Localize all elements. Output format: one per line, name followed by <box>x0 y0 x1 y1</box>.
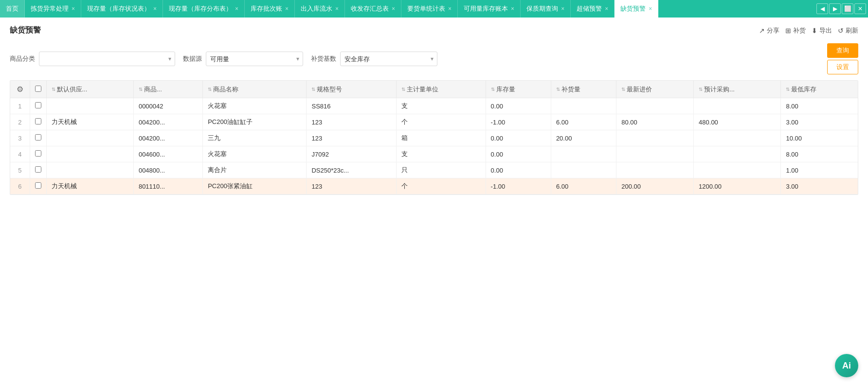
row-replenish-2: 6.00 <box>551 114 616 130</box>
tab-close-inout-flow[interactable]: × <box>335 5 339 12</box>
row-latest-price-5 <box>616 162 694 178</box>
tab-item-demand-stats[interactable]: 要货单统计表× <box>401 0 458 18</box>
row-unit-6: 个 <box>397 178 486 194</box>
sort-icon: ⇅ <box>208 87 212 92</box>
row-replenish-3: 20.00 <box>551 130 616 146</box>
row-stock-1: 0.00 <box>486 98 551 114</box>
replenish-base-select[interactable]: 安全库存 <box>340 52 437 66</box>
tab-close-inventory-status[interactable]: × <box>153 5 157 12</box>
row-checkbox-1[interactable] <box>35 102 41 108</box>
query-button[interactable]: 查询 <box>827 43 858 58</box>
tab-item-expiry-query[interactable]: 保质期查询× <box>521 0 571 18</box>
row-spec-1: SS816 <box>307 98 397 114</box>
tab-close-shortage[interactable]: × <box>649 5 652 12</box>
th-checkbox <box>30 81 46 98</box>
row-unit-4: 支 <box>397 146 486 162</box>
ai-assistant-badge[interactable]: Ai <box>835 354 858 377</box>
tab-close-batch-account[interactable]: × <box>285 5 289 12</box>
export-icon: ⬇ <box>812 27 817 35</box>
sort-icon: ⇅ <box>139 87 143 92</box>
row-code-1: 0000042 <box>133 98 202 114</box>
column-settings-btn[interactable]: ⚙ <box>17 85 23 94</box>
category-label: 商品分类 <box>10 54 35 63</box>
datasource-select[interactable]: 可用量 <box>206 52 303 66</box>
refresh-button[interactable]: ↺ 刷新 <box>838 26 858 35</box>
tab-item-batch-account[interactable]: 库存批次账× <box>245 0 295 18</box>
row-code-3: 004200... <box>133 130 202 146</box>
tab-restore-btn[interactable]: ⬜ <box>842 3 853 14</box>
row-unit-5: 只 <box>397 162 486 178</box>
tab-next-btn[interactable]: ▶ <box>829 3 841 14</box>
th-stock: ⇅库存量 <box>486 81 551 98</box>
replenish-base-select-wrapper: 安全库存 <box>340 52 437 66</box>
category-select[interactable] <box>39 52 175 66</box>
row-num-5: 5 <box>10 162 30 178</box>
tab-item-overstock[interactable]: 超储预警× <box>571 0 615 18</box>
row-checkbox-4[interactable] <box>35 150 41 157</box>
tab-bar: 首页拣货异常处理×现存量（库存状况表）×现存量（库存分布表）×库存批次账×出入库… <box>0 0 868 18</box>
row-replenish-6: 6.00 <box>551 178 616 194</box>
tab-label-abnormal: 拣货异常处理 <box>31 4 69 13</box>
row-supplier-1 <box>46 98 133 114</box>
replenish-button[interactable]: ⊞ 补货 <box>785 26 806 35</box>
row-checkbox-cell-6 <box>30 178 46 194</box>
row-min-stock-5: 1.00 <box>781 162 858 178</box>
tab-close-collect-summary[interactable]: × <box>392 5 395 12</box>
table-row: 6 力天机械 801110... PC200张紧油缸 123 个 -1.00 6… <box>10 178 858 194</box>
tab-navigation: ◀ ▶ ⬜ ✕ <box>814 3 868 14</box>
replenish-icon: ⊞ <box>785 27 791 35</box>
row-min-stock-2: 3.00 <box>781 114 858 130</box>
row-supplier-6: 力天机械 <box>46 178 133 194</box>
select-all-checkbox[interactable] <box>35 86 41 92</box>
sort-icon: ⇅ <box>621 87 625 92</box>
row-checkbox-cell-1 <box>30 98 46 114</box>
tab-label-batch-account: 库存批次账 <box>251 4 282 13</box>
row-min-stock-4: 8.00 <box>781 146 858 162</box>
tab-item-inventory-status[interactable]: 现存量（库存状况表）× <box>81 0 163 18</box>
tab-prev-btn[interactable]: ◀ <box>816 3 828 14</box>
share-button[interactable]: ↗ 分享 <box>759 26 779 35</box>
tab-item-available-ledger[interactable]: 可用量库存账本× <box>458 0 521 18</box>
tab-close-expiry-query[interactable]: × <box>561 5 564 12</box>
row-checkbox-6[interactable] <box>35 182 41 189</box>
tab-item-home[interactable]: 首页 <box>0 0 25 18</box>
tab-item-abnormal[interactable]: 拣货异常处理× <box>25 0 81 18</box>
row-checkbox-2[interactable] <box>35 118 41 124</box>
row-spec-2: 123 <box>307 114 397 130</box>
datasource-label: 数据源 <box>183 54 202 63</box>
share-icon: ↗ <box>759 27 765 35</box>
tab-item-inout-flow[interactable]: 出入库流水× <box>295 0 345 18</box>
sort-icon: ⇅ <box>491 87 495 92</box>
row-est-purchase-6: 1200.00 <box>694 178 781 194</box>
tab-close-overstock[interactable]: × <box>605 5 608 12</box>
row-est-purchase-1 <box>694 98 781 114</box>
row-supplier-5 <box>46 162 133 178</box>
export-button[interactable]: ⬇ 导出 <box>812 26 832 35</box>
row-unit-3: 箱 <box>397 130 486 146</box>
row-code-2: 004200... <box>133 114 202 130</box>
table-row: 5 004800... 离合片 DS250*23c... 只 0.00 1.00 <box>10 162 858 178</box>
row-checkbox-3[interactable] <box>35 134 41 141</box>
row-latest-price-3 <box>616 130 694 146</box>
tab-close-inventory-dist[interactable]: × <box>235 5 238 12</box>
table-row: 4 004600... 火花塞 J7092 支 0.00 8.00 <box>10 146 858 162</box>
th-product-code: ⇅商品... <box>133 81 202 98</box>
tab-close-abnormal[interactable]: × <box>72 5 75 12</box>
tab-item-collect-summary[interactable]: 收发存汇总表× <box>345 0 401 18</box>
tab-label-available-ledger: 可用量库存账本 <box>464 4 508 13</box>
tab-label-expiry-query: 保质期查询 <box>526 4 558 13</box>
table-row: 3 004200... 三九 123 箱 0.00 20.00 10.00 <box>10 130 858 146</box>
th-replenish-qty: ⇅补货量 <box>551 81 616 98</box>
tab-close-demand-stats[interactable]: × <box>448 5 452 12</box>
sort-icon: ⇅ <box>401 87 405 92</box>
row-unit-2: 个 <box>397 114 486 130</box>
tab-close-btn[interactable]: ✕ <box>854 3 866 14</box>
tab-close-available-ledger[interactable]: × <box>511 5 514 12</box>
row-checkbox-5[interactable] <box>35 166 41 173</box>
tab-item-shortage[interactable]: 缺货预警× <box>615 0 658 18</box>
th-unit: ⇅主计量单位 <box>397 81 486 98</box>
row-est-purchase-2: 480.00 <box>694 114 781 130</box>
tab-item-inventory-dist[interactable]: 现存量（库存分布表）× <box>163 0 245 18</box>
row-stock-4: 0.00 <box>486 146 551 162</box>
settings-button[interactable]: 设置 <box>827 60 858 74</box>
